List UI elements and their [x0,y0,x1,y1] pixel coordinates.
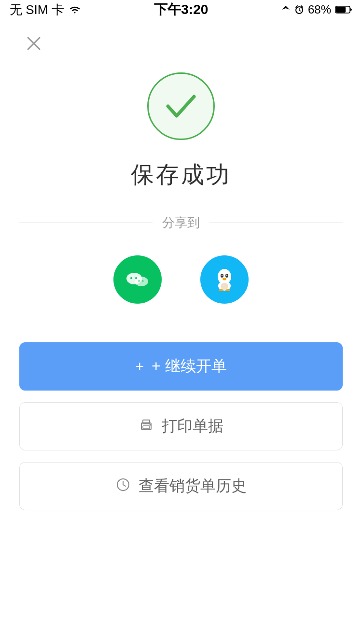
wechat-share-button[interactable] [113,255,162,304]
wifi-icon [68,5,82,14]
history-button[interactable]: 查看销货单历史 [19,462,343,510]
svg-point-19 [219,289,223,291]
qq-share-button[interactable] [200,255,249,304]
divider-right [209,223,343,223]
clock-icon [115,477,131,496]
alarm-icon [294,5,304,14]
status-bar: 无 SIM 卡 下午3:20 68% [0,0,362,19]
svg-point-8 [135,277,137,279]
continue-button[interactable]: + + 继续开单 [19,342,343,391]
status-right: 68% [281,3,352,16]
svg-point-18 [221,283,228,290]
print-label: 打印单据 [162,416,223,437]
location-icon [281,5,291,14]
battery-label: 68% [308,3,331,16]
print-button[interactable]: 打印单据 [19,402,343,450]
action-buttons: + + 继续开单 打印单据 查看销货单历史 [19,342,343,510]
svg-point-20 [225,289,230,291]
svg-point-9 [139,280,140,282]
battery-icon [335,5,352,14]
close-icon [25,35,42,52]
svg-rect-2 [336,7,346,13]
status-left: 无 SIM 卡 [10,1,82,18]
share-section [19,255,343,304]
plus-icon: + [135,358,144,375]
svg-point-15 [226,275,227,276]
main-content: 保存成功 分享到 [0,19,362,510]
svg-point-10 [142,280,144,282]
wechat-icon [123,265,152,294]
qq-icon [210,265,239,294]
print-icon [139,417,154,436]
svg-point-7 [130,277,132,279]
close-button[interactable] [19,29,48,58]
svg-point-14 [222,275,223,276]
success-section: 保存成功 [19,72,343,190]
svg-rect-23 [143,426,150,429]
divider-left [19,223,153,223]
status-time: 下午3:20 [154,0,208,19]
svg-point-16 [223,278,226,280]
success-title: 保存成功 [131,159,231,190]
share-label: 分享到 [162,214,200,231]
history-label: 查看销货单历史 [139,476,247,497]
svg-point-24 [150,424,151,425]
checkmark-icon [164,92,198,121]
divider-section: 分享到 [19,214,343,231]
continue-label: + 继续开单 [152,356,227,377]
carrier-label: 无 SIM 卡 [10,1,64,18]
success-circle [147,72,215,140]
